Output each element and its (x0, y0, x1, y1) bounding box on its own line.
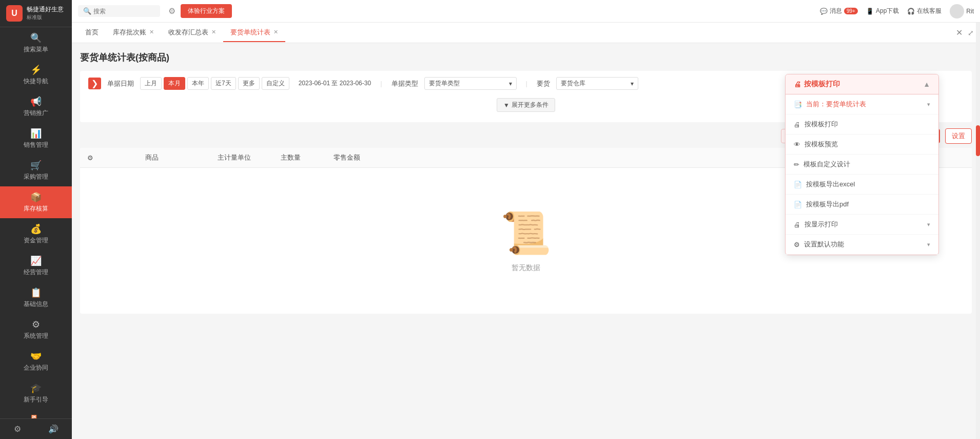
print-dropdown-default-func[interactable]: ⚙ 设置默认功能 ▾ (786, 235, 938, 255)
date-range-display: 2023-06-01 至 2023-06-30 (299, 79, 371, 88)
print-dropdown-close-btn[interactable]: ▲ (923, 80, 930, 88)
app-download-item[interactable]: 📱 App下载 (866, 7, 899, 15)
message-icon: 💬 (820, 8, 828, 15)
page-title: 要货单统计表(按商品) (80, 51, 972, 64)
sidebar-item-label: 资金管理 (24, 236, 48, 245)
user-avatar[interactable]: Rit (950, 4, 974, 18)
date-buttons: 上月 本月 本年 近7天 更多 自定义 (140, 77, 289, 90)
sidebar-item-operation[interactable]: 📈 经营管理 (0, 250, 72, 282)
message-item[interactable]: 💬 消息 99+ (820, 7, 858, 15)
search-input[interactable] (93, 8, 155, 15)
template-print-label: 按模板打印 (805, 120, 838, 129)
export-excel-label: 按模板导出excel (806, 180, 855, 189)
industry-btn[interactable]: 体验行业方案 (181, 4, 232, 18)
order-type-select[interactable]: 要货单类型 ▾ (424, 77, 517, 90)
excel-icon: 📄 (794, 181, 802, 188)
tab-home[interactable]: 首页 (78, 24, 106, 42)
expand-label: 展开更多条件 (512, 101, 548, 109)
print-dropdown-template-preview[interactable]: 👁 按模板预览 (786, 135, 938, 155)
online-service-item[interactable]: 🎧 在线客服 (907, 7, 942, 15)
template-design-left: ✏ 模板自定义设计 (794, 160, 850, 169)
empty-illustration: 📜 (500, 209, 552, 257)
sidebar-item-finance[interactable]: 💰 资金管理 (0, 218, 72, 250)
date-btn-this-year[interactable]: 本年 (187, 77, 209, 90)
print-dropdown-current-item[interactable]: 📑 当前：要货单统计表 ▾ (786, 94, 938, 114)
export-excel-left: 📄 按模板导出excel (794, 180, 855, 189)
settings-bottom-icon[interactable]: ⚙ (14, 424, 21, 434)
sidebar-item-label: 企业协同 (24, 364, 48, 372)
message-label: 消息 (830, 7, 842, 15)
print-dropdown-header: 🖨 按模板打印 ▲ (786, 74, 938, 94)
megaphone-icon: 📢 (30, 96, 42, 107)
expand-filter-btn[interactable]: ▼ 展开更多条件 (497, 98, 555, 112)
settings-icon[interactable]: ⚙ (168, 6, 175, 16)
printer-icon-item: 🖨 (794, 121, 800, 128)
print-dropdown-template-design[interactable]: ✏ 模板自定义设计 (786, 155, 938, 175)
tab-close-receivable-summary[interactable]: ✕ (211, 29, 216, 35)
expand-window-icon[interactable]: ⤢ (968, 29, 974, 37)
sidebar-item-label: 经营管理 (24, 268, 48, 277)
tab-close-requisition-stats[interactable]: ✕ (273, 29, 278, 35)
sidebar-item-search[interactable]: 🔍 搜索菜单 (0, 27, 72, 59)
th-unit: 主计量单位 (203, 153, 265, 162)
date-btn-7days[interactable]: 近7天 (211, 77, 236, 90)
close-window-icon[interactable]: ✕ (956, 28, 963, 37)
sidebar-item-inventory[interactable]: 📦 库存核算 (0, 186, 72, 218)
app-download-label: App下载 (876, 7, 899, 15)
sidebar-item-label: 基础信息 (24, 300, 48, 309)
date-btn-custom[interactable]: 自定义 (262, 77, 289, 90)
clipboard-icon: 📋 (30, 287, 42, 298)
trending-icon: 📈 (30, 255, 42, 266)
tabs-bar: 首页 库存批次账 ✕ 收发存汇总表 ✕ 要货单统计表 ✕ ✕ ⤢ (72, 23, 980, 43)
requisition-select[interactable]: 要货仓库 ▾ (556, 77, 638, 90)
app-logo-icon: U (6, 5, 23, 22)
topbar-right: 💬 消息 99+ 📱 App下载 🎧 在线客服 Rit (820, 4, 974, 18)
print-dropdown-template-print[interactable]: 🖨 按模板打印 (786, 114, 938, 135)
sidebar-item-label: 系统管理 (24, 332, 48, 340)
th-retail: 零售金额 (316, 153, 378, 162)
sidebar-item-marketing[interactable]: 📢 营销推广 (0, 91, 72, 123)
tab-inventory-batch[interactable]: 库存批次账 ✕ (106, 24, 161, 42)
speaker-icon[interactable]: 🔊 (48, 424, 58, 434)
date-btn-this-month[interactable]: 本月 (164, 77, 185, 90)
pdf-icon: 📄 (794, 201, 802, 208)
tab-close-inventory-batch[interactable]: ✕ (149, 29, 154, 35)
sidebar-item-collab[interactable]: 🤝 企业协同 (0, 346, 72, 377)
sidebar-item-label: 快捷导航 (24, 77, 48, 86)
print-dropdown-export-excel[interactable]: 📄 按模板导出excel (786, 175, 938, 195)
requisition-value: 要货仓库 (561, 79, 585, 88)
sidebar-item-newbie[interactable]: 🎓 新手引导 (0, 377, 72, 409)
sidebar-item-label: 营销推广 (24, 109, 48, 118)
topbar: 🔍 ⚙ 体验行业方案 💬 消息 99+ 📱 App下载 🎧 在线客服 Rit (72, 0, 980, 23)
sidebar-item-basic[interactable]: 📋 基础信息 (0, 282, 72, 314)
tab-receivable-summary[interactable]: 收发存汇总表 ✕ (161, 24, 223, 42)
message-badge: 99+ (844, 8, 858, 14)
collapse-filter-icon[interactable]: ❯ (88, 78, 101, 89)
sidebar-item-label: 采购管理 (24, 173, 48, 181)
display-print-label: 按显示打印 (805, 220, 838, 229)
th-product: 商品 (101, 153, 203, 162)
sidebar-item-sales[interactable]: 📊 销售管理 (0, 123, 72, 155)
handshake-icon: 🤝 (30, 351, 42, 362)
sidebar-item-purchase[interactable]: 🛒 采购管理 (0, 155, 72, 186)
topbar-search-box[interactable]: 🔍 (78, 5, 160, 17)
tab-requisition-stats[interactable]: 要货单统计表 ✕ (223, 24, 285, 42)
print-dropdown-display-print[interactable]: 🖨 按显示打印 ▾ (786, 215, 938, 235)
right-scrollbar[interactable] (976, 23, 980, 439)
sidebar-nav: 🔍 搜索菜单 ⚡ 快捷导航 📢 营销推广 📊 销售管理 🛒 采购管理 📦 库存核… (0, 27, 72, 418)
sidebar-item-appstore[interactable]: 🏪 应用中心 (0, 409, 72, 418)
date-btn-more[interactable]: 更多 (238, 77, 260, 90)
display-print-left: 🖨 按显示打印 (794, 220, 838, 229)
sidebar-item-system[interactable]: ⚙ 系统管理 (0, 314, 72, 346)
sidebar-bottom: ⚙ 🔊 (0, 418, 72, 439)
print-dropdown-export-pdf[interactable]: 📄 按模板导出pdf (786, 195, 938, 215)
th-settings[interactable]: ⚙ (80, 154, 101, 162)
print-dropdown-title: 🖨 按模板打印 (794, 80, 840, 89)
settings-button[interactable]: 设置 (945, 128, 972, 144)
current-arrow: ▾ (927, 101, 930, 108)
sidebar-item-quicknav[interactable]: ⚡ 快捷导航 (0, 59, 72, 91)
display-printer-icon: 🖨 (794, 221, 800, 228)
template-print-left: 🖨 按模板打印 (794, 120, 838, 129)
date-btn-last-month[interactable]: 上月 (140, 77, 162, 90)
default-gear-icon: ⚙ (794, 241, 800, 249)
